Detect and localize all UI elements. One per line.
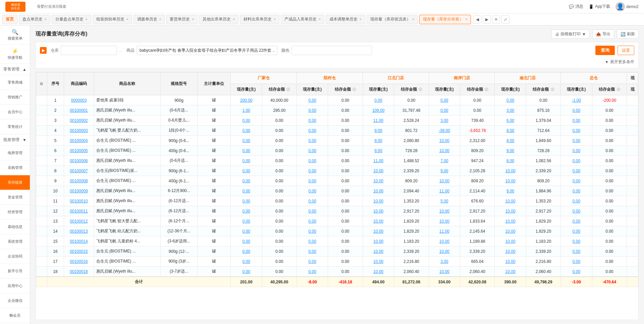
- col-c1-qty-cell[interactable]: 0.00: [231, 166, 262, 176]
- sidebar-item-wechat[interactable]: 企业微信: [0, 293, 30, 308]
- col-c3-qty-cell[interactable]: 10.00: [363, 226, 394, 236]
- close-icon[interactable]: ×: [45, 17, 47, 21]
- col-sku-cell[interactable]: 00100016: [64, 257, 94, 267]
- sidebar-item-purchase[interactable]: 采购管理: [0, 160, 30, 175]
- col-c1-qty-cell[interactable]: 0.00: [231, 196, 262, 206]
- tab-order[interactable]: 要货单历史 ×: [166, 15, 198, 24]
- col-sku-cell[interactable]: 00100013: [64, 226, 94, 236]
- col-c5-qty-cell[interactable]: 10.00: [495, 206, 526, 216]
- close-icon[interactable]: ×: [413, 17, 415, 21]
- col-c4-qty-cell[interactable]: 7.00: [429, 156, 460, 166]
- col-c3-qty-cell[interactable]: 10.00: [363, 196, 394, 206]
- col-sku-cell[interactable]: 00100011: [64, 206, 94, 216]
- tab-expand-btn[interactable]: ⤢: [501, 15, 509, 24]
- col-c5-qty-cell[interactable]: 10.00: [495, 267, 526, 277]
- col-c4-qty-cell[interactable]: -39.00: [429, 126, 460, 136]
- col-c2-qty-cell[interactable]: 0.00: [297, 136, 328, 146]
- col-c2-qty-cell[interactable]: 0.00: [297, 257, 328, 267]
- tab-branch-inventory[interactable]: 分量盘点单历史 ×: [52, 15, 91, 24]
- col-sku-cell[interactable]: 00100003: [64, 126, 94, 136]
- col-total-qty-cell[interactable]: 0.00: [561, 156, 592, 166]
- warehouse-dots[interactable]: ...: [119, 48, 122, 53]
- sidebar-item-ecom[interactable]: 电商管理: [0, 146, 30, 160]
- col-sku-cell[interactable]: 00100008: [64, 176, 94, 186]
- col-c4-qty-cell[interactable]: 3.00: [429, 115, 460, 126]
- col-c4-qty-cell[interactable]: 11.00: [429, 186, 460, 196]
- sidebar-item-marketing[interactable]: 营销推广: [0, 90, 30, 105]
- close-icon[interactable]: ×: [159, 17, 161, 21]
- col-c4-qty-cell[interactable]: 9.00: [429, 166, 460, 176]
- query-button[interactable]: 查询: [595, 46, 615, 55]
- col-c3-qty-cell[interactable]: 10.00: [363, 246, 394, 257]
- sidebar-item-ops[interactable]: 经营管理: [0, 205, 30, 220]
- col-c3-qty-cell[interactable]: 109.00: [363, 105, 394, 115]
- product-input[interactable]: [137, 46, 277, 55]
- col-total-qty-cell[interactable]: 0.00: [561, 226, 592, 236]
- col-sku-cell[interactable]: 00100010: [64, 196, 94, 206]
- col-sku-cell[interactable]: 00100001: [64, 105, 94, 115]
- col-total-qty-cell[interactable]: 0.00: [561, 257, 592, 267]
- gear-icon[interactable]: ⚙: [40, 82, 43, 86]
- close-icon[interactable]: ×: [465, 17, 467, 21]
- col-c3-qty-cell[interactable]: 9.00: [363, 146, 394, 156]
- refresh-button[interactable]: 🔄 刷新: [617, 30, 639, 39]
- col-c3-qty-cell[interactable]: 9.00: [363, 126, 394, 136]
- sidebar-item-guide[interactable]: 新手引导: [0, 264, 30, 279]
- col-total-qty-cell[interactable]: 0.00: [561, 206, 592, 216]
- col-c2-qty-cell[interactable]: 0.00: [297, 236, 328, 246]
- message-btn[interactable]: 💬 消息: [569, 4, 583, 9]
- col-c2-qty-cell[interactable]: 0.00: [297, 186, 328, 196]
- col-c2-qty-cell[interactable]: 0.00: [297, 267, 328, 277]
- col-sku-cell[interactable]: 00100018: [64, 267, 94, 277]
- col-total-qty-cell[interactable]: 0.00: [561, 236, 592, 246]
- col-c3-qty-cell[interactable]: 10.00: [363, 216, 394, 226]
- setting-button[interactable]: 设置: [618, 46, 634, 55]
- expand-button[interactable]: ▶: [40, 47, 47, 54]
- col-total-qty-cell[interactable]: -1.00: [561, 95, 592, 105]
- col-c5-qty-cell[interactable]: 10.00: [495, 257, 526, 267]
- col-c4-qty-cell[interactable]: 10.00: [429, 146, 460, 156]
- col-c4-qty-cell[interactable]: 10.00: [429, 136, 460, 146]
- col-sku-cell[interactable]: 00100014: [64, 236, 94, 246]
- col-c1-qty-cell[interactable]: 0.00: [231, 246, 262, 257]
- close-icon[interactable]: ×: [274, 17, 276, 21]
- sidebar-item-retail-stat[interactable]: 零售统计: [0, 120, 30, 134]
- col-c5-qty-cell[interactable]: 10.00: [495, 196, 526, 206]
- sidebar-item-stock[interactable]: 库存核算: [0, 175, 30, 190]
- col-c5-qty-cell[interactable]: 10.00: [495, 216, 526, 226]
- col-c1-qty-cell[interactable]: 0.00: [231, 156, 262, 166]
- col-c2-qty-cell[interactable]: 0.00: [297, 115, 328, 126]
- info-icon[interactable]: ⓘ: [617, 88, 620, 91]
- col-c2-qty-cell[interactable]: 0.00: [297, 176, 328, 186]
- col-c4-qty-cell[interactable]: 10.00: [429, 176, 460, 186]
- col-c5-qty-cell[interactable]: 10.00: [495, 166, 526, 176]
- sidebar-item-retail[interactable]: 零售管理 ▲: [0, 64, 30, 75]
- col-sku-cell[interactable]: 00100007: [64, 166, 94, 176]
- col-c4-qty-cell[interactable]: 0.00: [429, 105, 460, 115]
- col-sku-cell[interactable]: 00100004: [64, 136, 94, 146]
- col-sku-cell[interactable]: 00100005: [64, 146, 94, 156]
- col-c5-qty-cell[interactable]: 0.00: [495, 95, 526, 105]
- col-c1-qty-cell[interactable]: 0.00: [231, 146, 262, 156]
- close-icon[interactable]: ×: [86, 17, 88, 21]
- col-c2-qty-cell[interactable]: 0.00: [297, 246, 328, 257]
- col-total-qty-cell[interactable]: 0.00: [561, 105, 592, 115]
- col-c1-qty-cell[interactable]: 0.00: [231, 115, 262, 126]
- print-button[interactable]: 🖨 按模板打印 ▼: [551, 30, 590, 39]
- col-c4-qty-cell[interactable]: 5.00: [429, 196, 460, 206]
- col-c4-qty-cell[interactable]: 10.00: [429, 236, 460, 246]
- col-c2-qty-cell[interactable]: 0.00: [297, 196, 328, 206]
- col-c5-qty-cell[interactable]: 10.00: [495, 246, 526, 257]
- col-c3-qty-cell[interactable]: 9.00: [363, 136, 394, 146]
- close-icon[interactable]: ×: [233, 17, 235, 21]
- col-total-qty-cell[interactable]: 0.00: [561, 146, 592, 156]
- col-sku-cell[interactable]: 00100002: [64, 115, 94, 126]
- col-c4-qty-cell[interactable]: 11.00: [429, 226, 460, 236]
- info-icon[interactable]: ⓘ: [353, 88, 356, 91]
- sidebar-item-retail-mall[interactable]: 零售商城: [0, 75, 30, 90]
- tab-inventory-count[interactable]: 盘点单历史 ×: [19, 15, 50, 24]
- col-c2-qty-cell[interactable]: 0.00: [297, 206, 328, 216]
- sidebar-item-base[interactable]: 基础信息: [0, 220, 30, 234]
- tab-stock-dist[interactable]: 现存量（库存分布表） ×: [419, 15, 471, 24]
- sidebar-item-member[interactable]: 会员中心: [0, 105, 30, 120]
